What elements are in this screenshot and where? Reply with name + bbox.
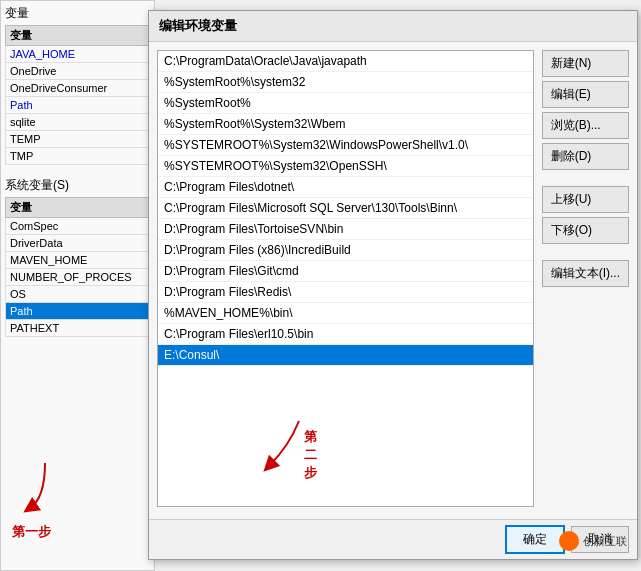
dialog-content: C:\ProgramData\Oracle\Java\javapath%Syst… bbox=[149, 42, 637, 515]
sys-vars-col-header: 变量 bbox=[6, 198, 150, 218]
edit-button[interactable]: 编辑(E) bbox=[542, 81, 629, 108]
path-item[interactable]: D:\Program Files\TortoiseSVN\bin bbox=[158, 219, 533, 240]
user-var-item[interactable]: Path bbox=[6, 97, 150, 114]
sys-var-item[interactable]: OS bbox=[6, 286, 150, 303]
sys-vars-section: 系统变量(S) 变量 ComSpecDriverDataMAVEN_HOMENU… bbox=[1, 173, 154, 341]
sys-var-item[interactable]: Path bbox=[6, 303, 150, 320]
user-var-item[interactable]: TMP bbox=[6, 148, 150, 165]
sys-var-item[interactable]: MAVEN_HOME bbox=[6, 252, 150, 269]
browse-button[interactable]: 浏览(B)... bbox=[542, 112, 629, 139]
edit-text-button[interactable]: 编辑文本(I)... bbox=[542, 260, 629, 287]
user-var-item[interactable]: TEMP bbox=[6, 131, 150, 148]
move-up-button[interactable]: 上移(U) bbox=[542, 186, 629, 213]
button-panel: 新建(N) 编辑(E) 浏览(B)... 删除(D) 上移(U) 下移(O) 编… bbox=[542, 50, 629, 507]
path-item[interactable]: %SYSTEMROOT%\System32\WindowsPowerShell\… bbox=[158, 135, 533, 156]
sys-vars-label: 系统变量(S) bbox=[5, 177, 150, 194]
delete-button[interactable]: 删除(D) bbox=[542, 143, 629, 170]
path-item[interactable]: %SYSTEMROOT%\System32\OpenSSH\ bbox=[158, 156, 533, 177]
ok-button[interactable]: 确定 bbox=[505, 525, 565, 554]
sys-var-item[interactable]: NUMBER_OF_PROCES bbox=[6, 269, 150, 286]
watermark: 创新互联 bbox=[559, 531, 627, 551]
user-vars-label: 变量 bbox=[5, 5, 150, 22]
sys-var-item[interactable]: DriverData bbox=[6, 235, 150, 252]
path-list: C:\ProgramData\Oracle\Java\javapath%Syst… bbox=[158, 51, 533, 366]
dialog-footer: 创新互联 确定 取消 bbox=[149, 519, 637, 559]
user-var-item[interactable]: OneDrive bbox=[6, 63, 150, 80]
move-down-button[interactable]: 下移(O) bbox=[542, 217, 629, 244]
path-list-container[interactable]: C:\ProgramData\Oracle\Java\javapath%Syst… bbox=[157, 50, 534, 507]
path-item[interactable]: C:\Program Files\erl10.5\bin bbox=[158, 324, 533, 345]
user-var-item[interactable]: JAVA_HOME bbox=[6, 46, 150, 63]
watermark-icon bbox=[559, 531, 579, 551]
user-vars-col-header: 变量 bbox=[6, 26, 150, 46]
user-var-item[interactable]: sqlite bbox=[6, 114, 150, 131]
path-item[interactable]: D:\Program Files\Git\cmd bbox=[158, 261, 533, 282]
path-item[interactable]: %SystemRoot%\system32 bbox=[158, 72, 533, 93]
user-vars-section: 变量 变量 JAVA_HOMEOneDriveOneDriveConsumerP… bbox=[1, 1, 154, 169]
left-panel: 变量 变量 JAVA_HOMEOneDriveOneDriveConsumerP… bbox=[0, 0, 155, 571]
path-item[interactable]: %SystemRoot% bbox=[158, 93, 533, 114]
user-vars-table: 变量 JAVA_HOMEOneDriveOneDriveConsumerPath… bbox=[5, 25, 150, 165]
path-item[interactable]: D:\Program Files (x86)\IncrediBuild bbox=[158, 240, 533, 261]
watermark-text: 创新互联 bbox=[583, 534, 627, 549]
path-item[interactable]: %SystemRoot%\System32\Wbem bbox=[158, 114, 533, 135]
path-item[interactable]: E:\Consul\ bbox=[158, 345, 533, 366]
edit-env-dialog: 编辑环境变量 C:\ProgramData\Oracle\Java\javapa… bbox=[148, 10, 638, 560]
path-item[interactable]: C:\ProgramData\Oracle\Java\javapath bbox=[158, 51, 533, 72]
sys-var-item[interactable]: ComSpec bbox=[6, 218, 150, 235]
path-item[interactable]: %MAVEN_HOME%\bin\ bbox=[158, 303, 533, 324]
path-item[interactable]: C:\Program Files\dotnet\ bbox=[158, 177, 533, 198]
dialog-title: 编辑环境变量 bbox=[149, 11, 637, 42]
path-item[interactable]: C:\Program Files\Microsoft SQL Server\13… bbox=[158, 198, 533, 219]
sys-var-item[interactable]: PATHEXT bbox=[6, 320, 150, 337]
new-button[interactable]: 新建(N) bbox=[542, 50, 629, 77]
user-var-item[interactable]: OneDriveConsumer bbox=[6, 80, 150, 97]
path-item[interactable]: D:\Program Files\Redis\ bbox=[158, 282, 533, 303]
sys-vars-table: 变量 ComSpecDriverDataMAVEN_HOMENUMBER_OF_… bbox=[5, 197, 150, 337]
